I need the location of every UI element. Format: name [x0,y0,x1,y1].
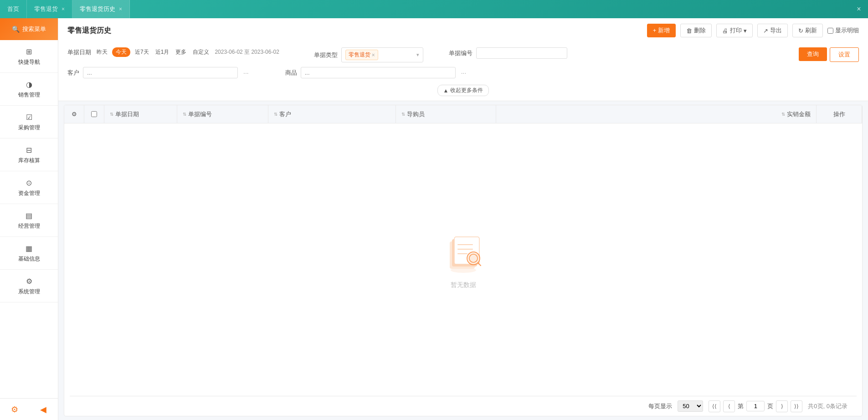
doc-no-input[interactable] [476,47,567,59]
doc-type-filter: 单据类型 零售退货 × ▾ [314,47,423,62]
query-button[interactable]: 查询 [799,47,827,61]
goods-filter: 商品 ··· [285,67,468,78]
sidebar-item-finance[interactable]: ⊙ 资金管理 [0,171,58,204]
doc-type-tag-remove[interactable]: × [372,52,375,58]
tab-list: 首页 零售退货 × 零售退货历史 × [0,0,850,18]
doc-type-select[interactable]: 零售退货 × ▾ [341,47,423,62]
th-amount-label: 实销金额 [787,110,811,118]
date-opt-yesterday[interactable]: 昨天 [95,47,109,57]
sidebar-item-basic-info[interactable]: ▦ 基础信息 [0,237,58,270]
customer-input[interactable] [83,67,238,78]
delete-label: 删除 [694,26,706,35]
sales-mgmt-icon: ◑ [24,79,34,89]
sidebar-item-system-mgmt-label: 系统管理 [18,288,40,296]
page-total: 共0页, 0条记录 [808,402,847,410]
page-title: 零售退货历史 [67,26,111,36]
per-page-label: 每页显示 [648,402,672,410]
empty-illustration [441,230,486,276]
tab-retail-return-close[interactable]: × [62,6,65,12]
th-date[interactable]: ⇅ 单据日期 [104,105,177,123]
page-input[interactable] [746,401,765,411]
display-toggle-checkbox[interactable] [827,28,833,34]
print-label: 打印 [730,26,742,35]
collapse-icon: ▲ [443,87,449,94]
tab-retail-return-history-close[interactable]: × [119,6,122,12]
quick-nav-icon: ⊞ [24,46,34,56]
sidebar-audio-button[interactable]: ◀ [36,402,51,417]
display-toggle-label: 显示明细 [835,26,859,35]
doc-type-label: 单据类型 [314,51,338,59]
page-label: 第 [738,402,744,410]
tab-retail-return[interactable]: 零售退货 × [27,0,72,18]
date-opt-7days[interactable]: 近7天 [133,47,151,57]
delete-button[interactable]: 🗑 删除 [680,24,712,37]
settings-button[interactable]: 设置 [830,47,859,62]
tab-home[interactable]: 首页 [0,0,27,18]
page-header-top: 零售退货历史 + 新增 🗑 删除 🖨 打印 ▾ ↗ 导出 [67,24,859,37]
sidebar-item-quick-nav[interactable]: ⊞ 快捷导航 [0,40,58,73]
sidebar-item-quick-nav-label: 快捷导航 [18,58,40,66]
print-dropdown-icon: ▾ [744,27,747,34]
date-opt-today[interactable]: 今天 [112,47,130,57]
th-guide[interactable]: ⇅ 导购员 [396,105,496,123]
table-header: ⚙ ⇅ 单据日期 ⇅ 单据编号 ⇅ 客户 ⇅ 导购员 [64,105,862,123]
customer-filter: 客户 ··· [67,67,251,78]
sidebar-search[interactable]: 🔍 搜索菜单 [0,18,58,40]
print-button[interactable]: 🖨 打印 ▾ [716,24,753,37]
content-area: 零售退货历史 + 新增 🗑 删除 🖨 打印 ▾ ↗ 导出 [58,18,868,420]
sidebar-bottom: ⚙ ◀ [0,398,58,420]
sidebar-search-label: 搜索菜单 [22,25,46,33]
date-opt-1month[interactable]: 近1月 [154,47,171,57]
doc-type-tag-label: 零售退货 [349,51,370,59]
add-button[interactable]: + 新增 [647,24,676,37]
first-page-button[interactable]: ⟨⟨ [709,400,720,412]
next-page-button[interactable]: ⟩ [776,400,788,412]
th-checkbox[interactable] [84,105,104,123]
sidebar-item-sales-mgmt[interactable]: ◑ 销售管理 [0,73,58,106]
th-customer-label: 客户 [279,110,291,118]
goods-input[interactable] [301,67,456,78]
finance-icon: ⊙ [24,178,34,188]
th-amount[interactable]: ⇅ 实销金额 [496,105,817,123]
sidebar-item-system-mgmt[interactable]: ⚙ 系统管理 [0,270,58,302]
tab-retail-return-history-label: 零售退货历史 [80,5,115,13]
sort-guide-icon: ⇅ [401,112,405,117]
top-bar: 首页 零售退货 × 零售退货历史 × × [0,0,868,18]
sidebar-item-inventory-label: 库存核算 [18,157,40,164]
th-settings[interactable]: ⚙ [64,105,84,123]
date-opt-more[interactable]: 更多 [174,47,188,57]
last-page-button[interactable]: ⟩⟩ [791,400,802,412]
tab-retail-return-label: 零售退货 [34,5,58,13]
th-action-label: 操作 [833,110,845,118]
filter-row-2: 客户 ··· 商品 ··· [67,67,859,78]
sort-date-icon: ⇅ [110,112,113,117]
sidebar-item-operations[interactable]: ▤ 经营管理 [0,204,58,237]
th-customer[interactable]: ⇅ 客户 [268,105,396,123]
doc-type-tag-retail: 零售退货 × [345,50,378,60]
sidebar-item-purchase-mgmt[interactable]: ☑ 采购管理 [0,106,58,138]
data-table: ⚙ ⇅ 单据日期 ⇅ 单据编号 ⇅ 客户 ⇅ 导购员 [64,105,863,416]
display-toggle[interactable]: 显示明细 [827,26,859,35]
export-label: 导出 [770,26,782,35]
toolbar: + 新增 🗑 删除 🖨 打印 ▾ ↗ 导出 ↻ [647,24,859,37]
customer-label: 客户 [67,69,79,77]
export-button[interactable]: ↗ 导出 [757,24,788,37]
tab-retail-return-history[interactable]: 零售退货历史 × [72,0,130,18]
per-page-select[interactable]: 10 20 50 100 [678,400,703,412]
sidebar-settings-button[interactable]: ⚙ [7,402,22,417]
refresh-icon: ↻ [798,27,803,34]
date-filter: 单据日期 昨天 今天 近7天 近1月 更多 自定义 2023-06-02 至 2… [67,47,279,57]
goods-label: 商品 [285,69,297,77]
customer-ellipsis[interactable]: ··· [241,69,251,77]
prev-page-button[interactable]: ⟨ [723,400,735,412]
refresh-button[interactable]: ↻ 刷新 [792,24,823,37]
sidebar-item-inventory[interactable]: ⊟ 库存核算 [0,138,58,171]
date-opt-custom[interactable]: 自定义 [191,47,211,57]
collapse-button[interactable]: ▲ 收起更多条件 [437,85,489,96]
th-date-label: 单据日期 [115,110,139,118]
th-docno[interactable]: ⇅ 单据编号 [177,105,268,123]
select-all-checkbox[interactable] [91,111,97,117]
goods-ellipsis[interactable]: ··· [459,69,468,77]
sort-docno-icon: ⇅ [183,112,186,117]
window-close-button[interactable]: × [850,0,868,18]
